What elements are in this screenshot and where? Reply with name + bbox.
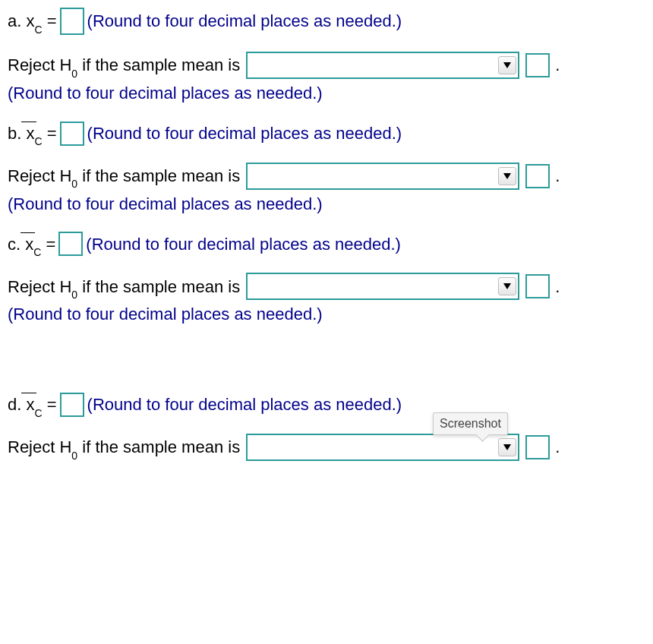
tooltip-label: Screenshot — [440, 417, 501, 430]
part-b-hint: (Round to four decimal places as needed.… — [87, 122, 402, 145]
reject-h0-text: Reject H0 if the sample mean is — [8, 276, 240, 298]
period: . — [555, 276, 560, 298]
part-a-reject-hint: (Round to four decimal places as needed.… — [8, 82, 645, 105]
dropdown-arrow-icon — [498, 167, 516, 185]
part-a-value-input[interactable] — [525, 53, 550, 77]
part-c-dropdown[interactable] — [246, 273, 519, 300]
xbar-symbol: xC — [21, 233, 41, 256]
part-b-reject-row: Reject H0 if the sample mean is . — [8, 163, 645, 190]
period: . — [555, 436, 560, 459]
period: . — [555, 165, 560, 188]
svg-marker-1 — [503, 173, 511, 179]
equals: = — [43, 393, 57, 416]
equals: = — [41, 233, 55, 256]
part-b-xc-row: b. xC = (Round to four decimal places as… — [8, 122, 645, 146]
svg-marker-2 — [503, 283, 511, 289]
part-d-reject-row: Reject H0 if the sample mean is . Screen… — [8, 434, 645, 461]
dropdown-arrow-icon — [498, 277, 516, 295]
part-c-label: c. — [8, 233, 21, 256]
equals: = — [43, 122, 57, 145]
part-b-dropdown[interactable] — [246, 163, 519, 190]
part-a-reject-row: Reject H0 if the sample mean is . — [8, 52, 645, 79]
part-b-xc-input[interactable] — [60, 122, 84, 146]
part-c-hint: (Round to four decimal places as needed.… — [86, 233, 401, 256]
part-c-xc-input[interactable] — [58, 232, 83, 256]
dropdown-arrow-icon — [498, 56, 516, 74]
xbar-symbol: xC — [21, 393, 42, 416]
part-c-xc-row: c. xC = (Round to four decimal places as… — [8, 232, 645, 256]
period: . — [555, 54, 560, 77]
part-a-hint: (Round to four decimal places as needed.… — [87, 10, 402, 33]
part-d-xc-row: d. xC = (Round to four decimal places as… — [8, 393, 645, 417]
part-b-value-input[interactable] — [525, 164, 550, 188]
part-d-label: d. — [8, 393, 21, 416]
xc-symbol: xC = — [21, 10, 56, 33]
screenshot-tooltip: Screenshot — [433, 412, 508, 435]
part-c-reject-hint: (Round to four decimal places as needed.… — [8, 303, 645, 326]
reject-h0-text: Reject H0 if the sample mean is — [8, 436, 240, 459]
part-d-xc-input[interactable] — [60, 393, 84, 417]
xbar-symbol: xC — [21, 122, 42, 145]
svg-marker-3 — [503, 444, 511, 450]
reject-h0-text: Reject H0 if the sample mean is — [8, 165, 240, 188]
part-c-value-input[interactable] — [525, 274, 550, 298]
reject-h0-text: Reject H0 if the sample mean is — [8, 54, 240, 77]
part-b-label: b. — [8, 122, 21, 145]
part-a-dropdown[interactable] — [246, 52, 519, 79]
part-a-xc-row: a. xC = (Round to four decimal places as… — [8, 8, 645, 35]
part-c-reject-row: Reject H0 if the sample mean is . — [8, 273, 645, 300]
part-d-value-input[interactable] — [525, 435, 550, 459]
dropdown-arrow-icon — [498, 438, 516, 456]
part-a-label: a. — [8, 10, 21, 33]
part-a-xc-input[interactable] — [60, 8, 84, 35]
svg-marker-0 — [503, 62, 511, 68]
part-b-reject-hint: (Round to four decimal places as needed.… — [8, 193, 645, 216]
part-d-hint: (Round to four decimal places as needed.… — [87, 393, 402, 416]
